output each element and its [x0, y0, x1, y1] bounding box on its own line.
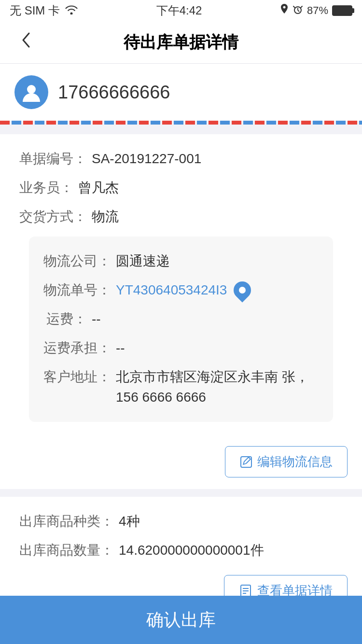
logistics-company-label: 物流公司：: [43, 251, 111, 271]
delivery-method-row: 交货方式： 物流: [19, 207, 343, 227]
tracking-number-value: YT43064053424I3: [116, 280, 319, 300]
order-number-row: 单据编号： SA-20191227-001: [19, 149, 343, 169]
logistics-card: 物流公司： 圆通速递 物流单号： YT43064053424I3 运费： -- …: [29, 237, 333, 422]
status-right: 87%: [280, 4, 352, 17]
freight-bearer-label: 运费承担：: [43, 338, 111, 358]
freight-label: 运费：: [43, 309, 87, 329]
salesperson-value: 曾凡杰: [78, 178, 343, 198]
status-left: 无 SIM 卡: [10, 3, 78, 18]
location-status-icon: [280, 4, 289, 17]
alarm-icon: [292, 4, 303, 17]
goods-type-value: 4种: [119, 511, 343, 532]
avatar: [14, 75, 48, 109]
carrier-label: 无 SIM 卡: [10, 3, 60, 18]
goods-card: 出库商品种类： 4种 出库商品数量： 14.620000000000001件: [0, 497, 362, 575]
freight-value: --: [92, 309, 319, 329]
order-number-value: SA-20191227-001: [92, 149, 343, 169]
logistics-company-value: 圆通速递: [116, 251, 319, 271]
address-label: 客户地址：: [43, 367, 111, 387]
salesperson-label: 业务员：: [19, 178, 73, 198]
edit-logistics-button[interactable]: 编辑物流信息: [225, 446, 348, 477]
battery-icon: [332, 5, 352, 16]
customer-phone: 17666666666: [58, 82, 170, 103]
status-bar: 无 SIM 卡 下午4:42: [0, 0, 362, 21]
edit-icon: [240, 456, 252, 468]
freight-row: 运费： --: [43, 309, 319, 329]
order-info-card: 单据编号： SA-20191227-001 业务员： 曾凡杰 交货方式： 物流 …: [0, 134, 362, 446]
confirm-outbound-button[interactable]: 确认出库: [0, 596, 362, 644]
delivery-method-value: 物流: [92, 207, 343, 227]
goods-quantity-value: 14.620000000000001件: [119, 540, 343, 560]
goods-quantity-row: 出库商品数量： 14.620000000000001件: [19, 540, 343, 560]
back-button[interactable]: [14, 25, 38, 60]
goods-quantity-label: 出库商品数量：: [19, 540, 114, 560]
time-label: 下午4:42: [156, 3, 202, 18]
order-number-label: 单据编号：: [19, 149, 87, 169]
tracking-number-row: 物流单号： YT43064053424I3: [43, 280, 319, 300]
tracking-number-label: 物流单号：: [43, 280, 111, 300]
freight-bearer-value: --: [116, 338, 319, 358]
freight-bearer-row: 运费承担： --: [43, 338, 319, 358]
address-value: 北京市市辖区海淀区永丰南 张，156 6666 6666: [116, 367, 319, 407]
dashed-divider: [0, 121, 362, 125]
salesperson-row: 业务员： 曾凡杰: [19, 178, 343, 198]
edit-logistics-section: 编辑物流信息: [0, 446, 362, 489]
delivery-method-label: 交货方式：: [19, 207, 87, 227]
address-row: 客户地址： 北京市市辖区海淀区永丰南 张，156 6666 6666: [43, 367, 319, 407]
tracking-location-icon[interactable]: [230, 278, 255, 303]
edit-logistics-label: 编辑物流信息: [257, 453, 333, 470]
page-title: 待出库单据详情: [124, 31, 238, 54]
goods-type-label: 出库商品种类：: [19, 511, 114, 532]
battery-text: 87%: [307, 4, 328, 17]
wifi-icon: [65, 4, 78, 17]
logistics-company-row: 物流公司： 圆通速递: [43, 251, 319, 271]
goods-type-row: 出库商品种类： 4种: [19, 511, 343, 532]
nav-bar: 待出库单据详情: [0, 21, 362, 64]
svg-point-1: [27, 85, 36, 94]
section-divider: [0, 489, 362, 497]
customer-header: 17666666666: [0, 64, 362, 121]
confirm-outbound-label: 确认出库: [146, 608, 216, 632]
